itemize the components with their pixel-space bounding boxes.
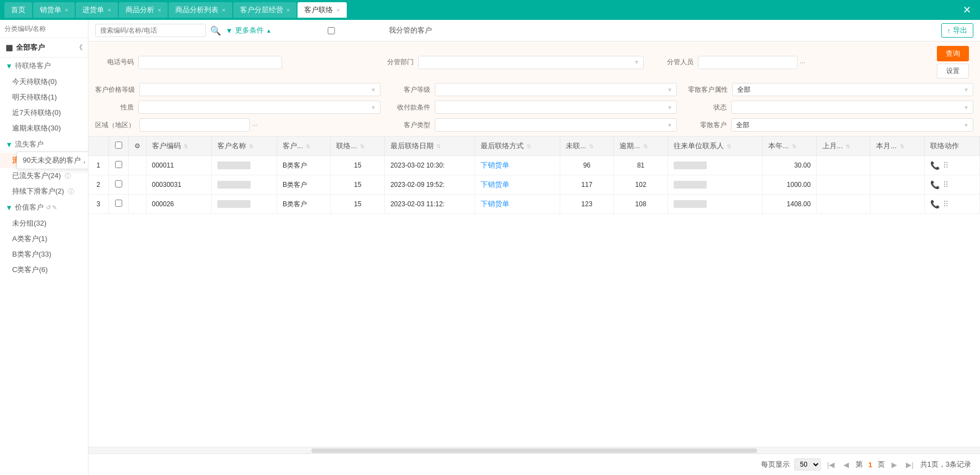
- sidebar-collapse-btn[interactable]: 《: [76, 43, 82, 53]
- menu-icon-1[interactable]: ⠿: [943, 161, 948, 170]
- refresh-icon[interactable]: ↺: [46, 204, 51, 211]
- customer-type-select[interactable]: [435, 118, 677, 132]
- cell-name-2: [211, 175, 277, 195]
- edit-icon[interactable]: ✎: [52, 204, 57, 211]
- row-checkbox-3[interactable]: [115, 200, 122, 207]
- cell-contact-2: 15: [331, 175, 384, 195]
- sidebar-item-7days[interactable]: 近7天待联络(0): [0, 105, 88, 121]
- col-last-month[interactable]: 上月... ⇅: [816, 137, 870, 156]
- sidebar-item-c-class[interactable]: C类客户(6): [0, 262, 88, 278]
- tab-purchase[interactable]: 进货单 ×: [76, 2, 117, 18]
- blurred-unit-1: [674, 161, 707, 169]
- tab-analysis-list-close[interactable]: ×: [222, 7, 225, 13]
- my-customers-checkbox[interactable]: [276, 27, 387, 34]
- col-this-year[interactable]: 本年... ⇅: [763, 137, 816, 156]
- tab-analysis-list[interactable]: 商品分析列表 ×: [169, 2, 232, 18]
- cell-check-1[interactable]: [108, 156, 128, 175]
- tab-purchase-close[interactable]: ×: [107, 7, 111, 13]
- more-conditions-btn[interactable]: ▼ 更多条件 ▲: [226, 25, 272, 35]
- menu-icon-2[interactable]: ⠿: [943, 180, 948, 189]
- select-all-checkbox[interactable]: [115, 142, 122, 149]
- col-settings[interactable]: ⚙: [128, 137, 146, 156]
- sidebar-group-pending[interactable]: ▼ 待联络客户: [0, 58, 88, 74]
- nature-select[interactable]: [138, 101, 380, 114]
- region-more-btn[interactable]: ···: [252, 121, 258, 129]
- col-last-way[interactable]: 最后联络方式 ⇅: [475, 137, 560, 156]
- cell-way-3[interactable]: 下销货单: [475, 195, 560, 214]
- menu-icon-3[interactable]: ⠿: [943, 200, 948, 208]
- cell-overdue-2: 102: [614, 175, 668, 195]
- contact-way-link-1[interactable]: 下销货单: [481, 161, 509, 169]
- first-page-btn[interactable]: |◀: [825, 460, 837, 470]
- phone-input[interactable]: [138, 56, 282, 69]
- sidebar-item-tomorrow[interactable]: 明天待联络(1): [0, 90, 88, 105]
- col-uncontact[interactable]: 未联... ⇅: [560, 137, 613, 156]
- zero-customer-select[interactable]: 全部: [731, 118, 973, 132]
- tab-customer-tier-close[interactable]: ×: [286, 7, 290, 13]
- contact-way-link-3[interactable]: 下销货单: [481, 200, 509, 208]
- tab-home[interactable]: 首页: [4, 2, 32, 18]
- col-last-date[interactable]: 最后联络日期 ⇅: [384, 137, 475, 156]
- sidebar-all-customers[interactable]: ▦ 全部客户 《: [0, 38, 88, 58]
- sidebar-item-today[interactable]: 今天待联络(0): [0, 74, 88, 90]
- tab-customer-contact-close[interactable]: ×: [336, 7, 340, 13]
- sidebar-search-input[interactable]: [4, 25, 87, 33]
- per-page-select[interactable]: 50: [794, 458, 821, 471]
- tab-sales[interactable]: 销货单 ×: [33, 2, 75, 18]
- row-checkbox-1[interactable]: [115, 161, 122, 168]
- sidebar-item-declining[interactable]: 持续下滑客户(2) ⓘ: [0, 184, 88, 199]
- col-code[interactable]: 客户编码 ⇅: [146, 137, 211, 156]
- horizontal-scrollbar[interactable]: [88, 447, 980, 453]
- sidebar-item-overdue[interactable]: 逾期未联络(30): [0, 121, 88, 136]
- col-contact[interactable]: 联络... ⇅: [331, 137, 384, 156]
- phone-icon-1[interactable]: 📞: [930, 161, 940, 170]
- manager-input[interactable]: [698, 56, 797, 69]
- col-type[interactable]: 客户... ⇅: [277, 137, 330, 156]
- search-icon[interactable]: 🔍: [210, 25, 221, 36]
- query-button[interactable]: 查询: [937, 46, 969, 61]
- customer-grade-select[interactable]: [435, 83, 677, 96]
- dept-select[interactable]: [418, 56, 644, 69]
- last-page-btn[interactable]: ▶|: [904, 460, 915, 470]
- scrollbar-thumb[interactable]: [311, 448, 757, 453]
- tab-sales-close[interactable]: ×: [65, 7, 68, 13]
- col-name[interactable]: 客户名称 ⇅: [211, 137, 277, 156]
- col-this-month[interactable]: 本月... ⇅: [870, 137, 924, 156]
- manager-more-btn[interactable]: ···: [800, 59, 805, 66]
- phone-icon-2[interactable]: 📞: [930, 180, 940, 189]
- cell-check-2[interactable]: [108, 175, 128, 195]
- my-customers-checkbox-area: 我分管的客户: [276, 25, 432, 35]
- cell-way-1[interactable]: 下销货单: [475, 156, 560, 175]
- prev-page-btn[interactable]: ◀: [841, 460, 851, 470]
- cell-way-2[interactable]: 下销货单: [475, 175, 560, 195]
- phone-icon-3[interactable]: 📞: [930, 200, 940, 208]
- cell-name-1: [211, 156, 277, 175]
- tab-analysis-close[interactable]: ×: [158, 7, 161, 13]
- blurred-name-2: [217, 181, 251, 189]
- col-overdue[interactable]: 逾期... ⇅: [614, 137, 668, 156]
- payment-select[interactable]: [435, 101, 677, 114]
- col-checkbox[interactable]: [108, 137, 128, 156]
- sidebar-group-value[interactable]: ▼ 价值客户 ↺ ✎: [0, 199, 88, 216]
- zero-attr-select[interactable]: 全部: [732, 83, 973, 96]
- sidebar-group-lost[interactable]: ▼ 流失客户: [0, 136, 88, 153]
- price-tier-select[interactable]: [139, 83, 380, 96]
- contact-way-link-2[interactable]: 下销货单: [481, 180, 509, 189]
- sidebar-item-a-class[interactable]: A类客户(1): [0, 231, 88, 247]
- settings-button[interactable]: 设置: [937, 64, 969, 79]
- sidebar-item-lost[interactable]: 已流失客户(24) ⓘ: [0, 168, 88, 184]
- sidebar-item-b-class[interactable]: B类客户(33): [0, 247, 88, 262]
- tab-customer-tier[interactable]: 客户分层经营 ×: [233, 2, 296, 18]
- status-select[interactable]: [731, 101, 973, 114]
- tab-analysis[interactable]: 商品分析 ×: [119, 2, 168, 18]
- row-checkbox-2[interactable]: [115, 180, 122, 187]
- search-input[interactable]: [95, 24, 206, 37]
- cell-check-3[interactable]: [108, 195, 128, 214]
- region-input[interactable]: [139, 118, 250, 132]
- window-close-button[interactable]: ✕: [958, 4, 976, 16]
- sidebar-item-ungroup[interactable]: 未分组(32): [0, 216, 88, 231]
- tab-customer-contact[interactable]: 客户联络 ×: [298, 2, 346, 18]
- col-unit-contact[interactable]: 往来单位联系人 ⇅: [668, 137, 763, 156]
- next-page-btn[interactable]: ▶: [889, 460, 899, 470]
- export-button[interactable]: ↑ 导出: [941, 23, 974, 38]
